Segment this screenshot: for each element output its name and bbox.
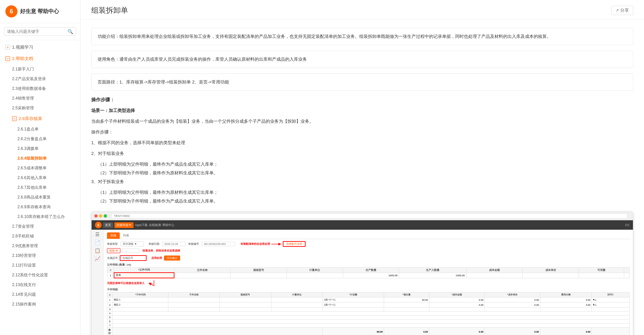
screenshot-lrow1-code: 测品 1 — [113, 297, 168, 302]
screenshot-footer-cost: 0.00 — [429, 328, 485, 335]
screenshot-lth-name: 子件名称 — [168, 292, 220, 297]
screenshot-lower-row-3: 3 — [107, 308, 630, 312]
intro-path-text: 页面路径：1、库存核算->库存管理->组装拆卸单 2、首页->常用功能 — [98, 79, 229, 85]
screenshot-footer-plan: 89.06 — [323, 328, 384, 335]
screenshot-type-select[interactable]: 库存调拨 ▼ — [120, 241, 144, 246]
screenshot-form-row2: 组装 ▼ ... 组装业务、拆卸业务在这里选择 — [107, 248, 630, 253]
screenshot-table-upper-label: 父件明细 (数量: 1/6) — [107, 263, 630, 267]
screenshot-annotation1-btn[interactable]: 选择配件清单 — [283, 241, 306, 247]
screenshot-icon-1: ☰ — [95, 232, 100, 237]
screenshot-nav-home[interactable]: 首页 — [103, 222, 113, 228]
screenshot-container: TEST-H002 6 首页 新建单据▼ Apps下载 在线检测 帮助中心 CC… — [91, 212, 633, 335]
scene1-step3: 3、对于拆装业务 — [91, 177, 633, 186]
screenshot-lth-cost: *成本金额 — [429, 292, 485, 297]
screenshot-lrow4-rest — [113, 312, 630, 316]
sidebar-item-capital[interactable]: 2.7资金管理 — [0, 222, 80, 231]
screenshot-lrow1-alloc: 0.00 — [540, 297, 592, 302]
screenshot-annotation1-label: 有装配清单的在这里处理 — [240, 242, 270, 246]
sidebar-item-video[interactable]: + 1.视频学习 — [0, 42, 80, 53]
screenshot-footer-action — [592, 328, 630, 335]
screenshot-url-bar: TEST-H002 — [111, 213, 628, 219]
sidebar-item-newcomer[interactable]: 2.1新手入门 — [0, 64, 80, 74]
screenshot-nav-new[interactable]: 新建单据▼ — [114, 222, 133, 228]
sidebar-item-partial-stocktake[interactable]: 2.6.2分量盘点单 — [0, 134, 80, 144]
screenshot-nav-helpcenter[interactable]: 帮助中心 — [162, 223, 174, 227]
screenshot-code-label: 单据编号 — [188, 242, 199, 246]
screenshot-lrow1-out: 30.00 — [384, 297, 429, 302]
collapse-icon: − — [5, 56, 10, 61]
screenshot-type-label: 单据类型 — [107, 242, 118, 246]
scene1-step2: 2、对于组装业务 — [91, 149, 633, 158]
screenshot-lower-row-6: 6 — [107, 320, 630, 324]
screenshot-tab-list[interactable]: 列表 — [120, 232, 132, 239]
logo-area: 6 好生意 帮助中心 — [0, 0, 80, 23]
screenshot-lrow6-rest — [113, 320, 630, 324]
scene1-step2-sub1: （1）上部明细为父件明细，最终作为产成品生成其它入库单； — [98, 160, 633, 169]
sidebar-item-personalize[interactable]: 2.12系统个性化设置 — [0, 270, 80, 280]
sidebar-item-data-prep[interactable]: 2.3使用前数据准备 — [0, 84, 80, 94]
share-button[interactable]: ↗ 分享 — [611, 6, 633, 15]
sidebar-item-inventory[interactable]: − 2.6库存核算 — [0, 113, 80, 124]
sidebar-label-inventory: 2.6库存核算 — [19, 116, 42, 122]
sidebar-item-other-in[interactable]: 2.6.6其他入库单 — [0, 173, 80, 183]
screenshot-upper-cell-unit — [286, 273, 343, 278]
screenshot-tab-new[interactable]: 新建 — [107, 232, 120, 239]
screenshot-nav-apps[interactable]: Apps下载 — [135, 223, 148, 227]
screenshot-type-highlighted[interactable]: 组装 ▼ — [107, 248, 120, 253]
intro-role-text: 使用角色：通常由生产人员或库管人员完成拆装业务的操作，库管人员确认原材料的出库和… — [98, 57, 307, 62]
sidebar-item-inventory-error[interactable]: 2.6.10库存账本错了怎么办 — [0, 212, 80, 222]
sidebar-item-inventory-book[interactable]: 2.6.9库存账本查询 — [0, 202, 80, 212]
screenshot-lower-row-1: 1 测品 1 1(数+计+1) 30.00 0.00 0.00 0.00 — [107, 297, 630, 302]
screenshot-footer-blank — [113, 328, 323, 335]
sidebar-item-cases[interactable]: 2.15操作案例 — [0, 299, 80, 309]
sidebar-item-coupon[interactable]: 2.9优惠券管理 — [0, 241, 80, 251]
nav-section-1: + 1.视频学习 − 2.帮助文档 2.1新手入门 2.2产品安装及登录 2.3… — [0, 40, 80, 311]
sidebar-item-management[interactable]: 2.10经营管理 — [0, 251, 80, 261]
screenshot-date-value: 2019-12-26 — [162, 242, 185, 246]
main-content: 组装拆卸单 ↗ 分享 功能介绍：组装拆卸单用来处理企业组装或拆卸等加工业务，支持… — [80, 0, 644, 335]
search-input[interactable] — [7, 29, 67, 34]
screenshot-lrow3-c7 — [485, 308, 540, 312]
screenshot-lth-unitcost: *成本单价 — [485, 292, 540, 297]
search-icon[interactable]: 🔍 — [67, 29, 73, 34]
sidebar-item-assembly[interactable]: 2.6.4组装拆卸单 — [0, 154, 80, 163]
screenshot-lower-footer: 合计 89.06 0.00 0.00 0.00 0.00 — [107, 328, 630, 335]
screenshot-annotation1-arrow — [271, 242, 281, 246]
sidebar-item-stocktake[interactable]: 2.6.1盘点单 — [0, 124, 80, 134]
sidebar-item-faq[interactable]: 2.14常见问题 — [0, 290, 80, 299]
screenshot-nav-user[interactable]: CC — [625, 223, 630, 227]
sidebar-item-print[interactable]: 2.11打印设置 — [0, 261, 80, 270]
sidebar-item-purchase[interactable]: 2.5采购管理 — [0, 103, 80, 113]
screenshot-lrow3-c3 — [271, 308, 323, 312]
scene1-desc: 当由多个子件材料组装成一个成品的业务为【组装】业务，当由一个父件拆分成多个子产品… — [91, 117, 633, 126]
screenshot-confirm-btn[interactable]: 完全确认 — [164, 256, 180, 261]
screenshot-lrow3-c1 — [168, 308, 220, 312]
scene1-step3-sub1: （1）上部明细为父件明细，最终作为原材料生成其它出库单； — [98, 188, 633, 197]
sidebar-item-install[interactable]: 2.2产品安装及登录 — [0, 74, 80, 84]
screenshot-lrow1-cost: 0.00 — [429, 297, 485, 302]
screenshot-warehouse-input[interactable]: 仓储品号 — [120, 255, 147, 261]
screenshot-th-prod-qty: 生产数量 — [343, 268, 399, 273]
screenshot-lrow1-unit — [271, 297, 323, 302]
screenshot-nav-check[interactable]: 在线检测 — [149, 223, 161, 227]
content-area: 功能介绍：组装拆卸单用来处理企业组装或拆卸等加工业务，支持有固定装配清单的产品加… — [80, 20, 644, 335]
screenshot-nav-logo: 6 — [95, 222, 102, 228]
sidebar-item-help[interactable]: − 2.帮助文档 — [0, 53, 80, 64]
screenshot-th-cost: 成本金额 — [466, 268, 523, 273]
inventory-collapse-icon: − — [12, 116, 17, 121]
screenshot-lrow1-plan: 1(数+计+1) — [323, 297, 384, 302]
sidebar-item-other-out[interactable]: 2.6.7其他出库单 — [0, 183, 80, 192]
sidebar-item-pay[interactable]: 2.13在线支付 — [0, 280, 80, 290]
sidebar-item-cost-adjust[interactable]: 2.6.5成本调整单 — [0, 163, 80, 173]
sidebar-item-mobile[interactable]: 2.8手机旺铺 — [0, 231, 80, 241]
screenshot-lrow7-rest — [113, 324, 630, 328]
screenshot-lrow3-c9 — [592, 308, 630, 312]
sidebar-item-sales[interactable]: 2.4销售管理 — [0, 94, 80, 103]
screenshot-lrow3-num: 3 — [107, 308, 113, 312]
sidebar-item-cost-recalc[interactable]: 2.6.8商品成本重算 — [0, 192, 80, 202]
sidebar-item-transfer[interactable]: 2.6.3调拨单 — [0, 144, 80, 154]
screenshot-upper-cell-code[interactable]: 关木 — [114, 273, 174, 278]
screenshot-lrow2-unitcost: 0.00 — [485, 302, 540, 308]
screenshot-upper-cell-name — [174, 273, 230, 278]
expand-icon: + — [5, 45, 10, 50]
